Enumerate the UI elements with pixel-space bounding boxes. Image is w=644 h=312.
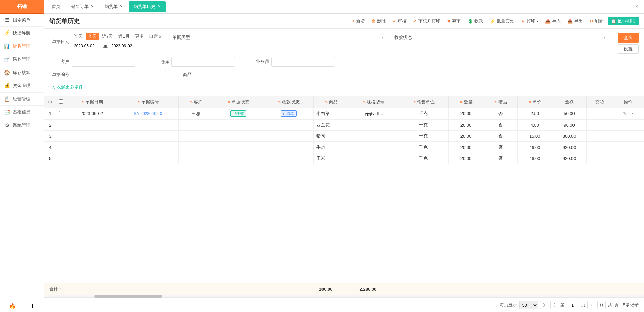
last-page-button[interactable]: ⟩⟩	[597, 301, 606, 309]
pause-icon[interactable]: ⏸	[29, 303, 34, 309]
row-check[interactable]	[56, 142, 66, 153]
warehouse-input[interactable]	[171, 57, 235, 67]
table-price-header[interactable]: ⇅ 单价	[517, 96, 552, 108]
table-settings-col[interactable]: ⚙	[44, 96, 56, 108]
next-page-button[interactable]: ⟩	[587, 301, 595, 309]
audit-print-button[interactable]: ✔ 审核并打印	[411, 17, 443, 25]
agent-dots-icon[interactable]: ...	[337, 59, 343, 65]
batch-change-button[interactable]: ⚡ 批量变更	[487, 17, 517, 25]
abandon-button[interactable]: ✖ 弃审	[444, 17, 464, 25]
select-all-checkbox[interactable]	[59, 99, 63, 104]
prev-page-button[interactable]: ⟨	[550, 301, 558, 309]
show-detail-button[interactable]: 📋 显示明细	[608, 17, 639, 25]
row-check[interactable]	[56, 120, 66, 131]
tab-sales-order[interactable]: 销售订单 ✕	[66, 1, 99, 12]
table-docno-header[interactable]: ⇅ 单据编号	[117, 96, 178, 108]
warehouse-dots-icon[interactable]: ...	[237, 59, 244, 65]
import-button[interactable]: 📥 导入	[542, 17, 563, 25]
goods-input[interactable]	[194, 70, 257, 79]
table-qty-header[interactable]: ⇅ 数量	[449, 96, 483, 108]
table-check-col[interactable]	[56, 96, 66, 108]
goods-dots-icon[interactable]: ...	[259, 72, 266, 78]
refresh-button[interactable]: ↻ 刷新	[587, 17, 606, 25]
table-gear-icon[interactable]: ⚙	[48, 99, 52, 105]
customer-dots-icon[interactable]: ...	[137, 59, 144, 65]
main-area: 首页 销售订单 ✕ 销货单 ✕ 销货单历史 ✕ ✕ 销货单历史 + 新增 🗑 删…	[44, 0, 644, 312]
edit-icon[interactable]: ✎	[623, 111, 627, 116]
date-btn-today[interactable]: 今天	[86, 33, 99, 40]
agent-input[interactable]	[271, 57, 335, 67]
row-check[interactable]	[56, 108, 66, 120]
delete-icon: 🗑	[371, 19, 376, 24]
scrollbar-thumb[interactable]	[94, 295, 162, 298]
agent-label: 业务员	[249, 59, 269, 65]
type-filter-select[interactable]	[192, 33, 386, 42]
table-row: 4 牛肉 千克 20.00 否 46.00 920.00	[44, 142, 644, 153]
tab-home[interactable]: 首页	[47, 1, 65, 12]
date-btn-yesterday[interactable]: 昨天	[72, 33, 84, 40]
table-collectstatus-header[interactable]: ⇅ 收款状态	[263, 96, 314, 108]
row-unit: 千克	[398, 120, 449, 131]
docno-link[interactable]: SA-20230602-0	[134, 111, 162, 116]
row-check[interactable]	[56, 153, 66, 164]
export-button[interactable]: 📤 导出	[565, 17, 586, 25]
row-gift: 否	[483, 120, 517, 131]
tab-home-label: 首页	[52, 4, 60, 10]
page-number-input[interactable]	[567, 301, 579, 309]
date-btn-custom[interactable]: 自定义	[147, 33, 164, 40]
date-from-input[interactable]	[72, 42, 102, 50]
sidebar-item-quick-nav[interactable]: ⚡ 快捷导航	[0, 27, 44, 40]
delete-button[interactable]: 🗑 删除	[369, 17, 389, 25]
table-date-header[interactable]: ⇅ 单据日期	[66, 96, 117, 108]
tab-sales-goods-close-icon[interactable]: ✕	[120, 4, 123, 9]
row-price: 46.00	[517, 153, 552, 164]
date-range-inputs: 至	[72, 42, 164, 50]
audit-button[interactable]: ✔ 审核	[390, 17, 409, 25]
tab-sales-order-close-icon[interactable]: ✕	[91, 4, 94, 9]
row-actions	[613, 120, 644, 131]
tab-sales-history[interactable]: 销货单历史 ✕	[129, 1, 166, 12]
table-spec-header[interactable]: ⇅ 规格型号	[348, 96, 398, 108]
doc-no-input[interactable]	[72, 70, 166, 79]
warehouse-label: 仓库	[149, 59, 169, 65]
collect-status-select[interactable]	[414, 33, 608, 42]
customer-input[interactable]	[72, 57, 135, 67]
row-check[interactable]	[56, 131, 66, 142]
table-goods-header[interactable]: ⇅ 商品	[314, 96, 348, 108]
sidebar-item-basic-info[interactable]: 📑 基础信息	[0, 106, 44, 119]
sidebar-item-search-menu[interactable]: ☰ 搜索菜单	[0, 14, 44, 27]
query-button[interactable]: 查询	[618, 33, 639, 43]
row-goods: 玉米	[314, 153, 348, 164]
fire-icon[interactable]: 🔥	[9, 303, 16, 309]
tab-sales-goods[interactable]: 销货单 ✕	[100, 1, 128, 12]
table-gift-header[interactable]: ⇅ 赠品	[483, 96, 517, 108]
row-num: 5	[44, 153, 56, 164]
collect-button[interactable]: 💲 收款	[465, 17, 486, 25]
tab-sales-history-close-icon[interactable]: ✕	[158, 4, 161, 9]
table-unit-header[interactable]: ⇅ 销售单位	[398, 96, 449, 108]
page-size-select[interactable]: 50 10 20 100	[519, 301, 538, 309]
window-close-button[interactable]: ✕	[632, 3, 641, 10]
sidebar-item-inventory[interactable]: 🏠 库存核算	[0, 66, 44, 79]
doc-no-filter: 单据编号	[49, 70, 166, 79]
table-docstatus-header[interactable]: ⇅ 单据状态	[213, 96, 263, 108]
table-customer-header[interactable]: ⇅ 客户	[178, 96, 213, 108]
more-icon[interactable]: ⋯	[628, 111, 633, 116]
row-checkbox[interactable]	[59, 111, 63, 115]
row-actions	[613, 142, 644, 153]
print-button[interactable]: 🖨 打印 ▾	[518, 17, 541, 25]
add-button[interactable]: + 新增	[349, 17, 367, 25]
setting-button[interactable]: 设置	[618, 44, 639, 54]
date-btn-more[interactable]: 更多	[133, 33, 146, 40]
horizontal-scrollbar[interactable]	[44, 295, 644, 297]
collapse-button[interactable]: ∧ 收起更多条件	[49, 83, 639, 92]
sidebar-item-finance[interactable]: 💰 资金管理	[0, 79, 44, 93]
sidebar-item-purchase[interactable]: 🛒 采购管理	[0, 53, 44, 66]
date-to-input[interactable]	[109, 42, 139, 50]
first-page-button[interactable]: ⟨⟨	[540, 301, 548, 309]
date-btn-1month[interactable]: 近1月	[116, 33, 132, 40]
sidebar-item-system[interactable]: ⚙ 系统管理	[0, 119, 44, 132]
date-btn-7days[interactable]: 近7天	[100, 33, 115, 40]
sidebar-item-sales[interactable]: 📊 销售管理	[0, 40, 44, 53]
sidebar-item-operations[interactable]: 📋 经营管理	[0, 93, 44, 106]
